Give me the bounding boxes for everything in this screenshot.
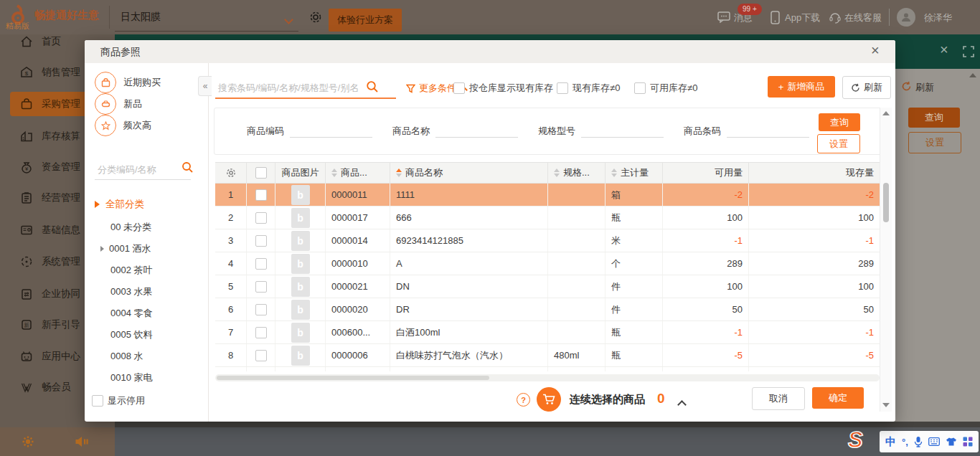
checkbox-stock-nonzero[interactable]: 现有库存≠0	[557, 82, 620, 95]
category-item[interactable]: 0001 酒水	[85, 238, 208, 260]
app-download-label[interactable]: App下载	[785, 11, 820, 24]
confirm-button[interactable]: 确定	[812, 387, 864, 409]
scrollbar-thumb[interactable]	[217, 376, 489, 380]
table-row[interactable]: 2b0000017666瓶100100	[215, 206, 880, 229]
filter-name-input[interactable]	[435, 125, 518, 138]
table-vertical-scrollbar[interactable]	[880, 108, 892, 412]
checkbox-box[interactable]	[92, 395, 103, 407]
background-scroll-up-icon[interactable]	[969, 73, 976, 77]
sort-icons[interactable]	[396, 168, 402, 177]
product-search-icon[interactable]	[366, 80, 379, 93]
sort-icons[interactable]	[331, 168, 337, 177]
online-service-icon[interactable]	[829, 11, 842, 24]
query-button[interactable]: 查询	[819, 113, 860, 131]
category-item[interactable]: 0010 家电	[85, 367, 208, 389]
expand-arrow-icon[interactable]	[100, 246, 104, 252]
checkbox-available-nonzero[interactable]: 可用库存≠0	[634, 82, 697, 95]
table-row[interactable]: 1b00000111111箱-2-2	[215, 184, 880, 206]
scrollbar-thumb[interactable]	[883, 183, 889, 222]
category-search-input[interactable]: 分类编码/名称	[98, 163, 156, 176]
checkbox-by-warehouse[interactable]: 按仓库显示现有库存	[453, 82, 553, 95]
ime-keyboard-icon[interactable]	[928, 437, 940, 446]
scroll-up-icon[interactable]	[882, 111, 890, 115]
quick-filter-recent-purchase[interactable]: 近期购买	[95, 72, 161, 93]
row-checkbox[interactable]	[247, 298, 275, 320]
show-disabled-checkbox[interactable]: 显示停用	[92, 394, 145, 407]
row-checkbox[interactable]	[247, 184, 275, 206]
modal-close-icon[interactable]: ×	[871, 42, 880, 59]
sort-icons[interactable]	[611, 168, 617, 177]
category-item[interactable]: 0008 水	[85, 346, 208, 367]
column-gear-icon[interactable]	[226, 168, 236, 178]
table-row[interactable]: 8b0000006白桃味苏打气泡水（汽水）480ml瓶-5-5	[215, 344, 880, 367]
row-checkbox[interactable]	[247, 229, 275, 252]
row-checkbox[interactable]	[247, 344, 275, 366]
cancel-button[interactable]: 取消	[752, 387, 805, 410]
messages-icon[interactable]	[717, 11, 730, 23]
quick-filter-high-frequency[interactable]: 频次高	[95, 115, 151, 136]
category-item[interactable]: 0003 水果	[85, 281, 208, 303]
background-refresh-label[interactable]: 刷新	[915, 81, 934, 94]
column-name[interactable]: 商品名称	[390, 163, 548, 183]
ime-skin-shirt-icon[interactable]	[946, 437, 957, 447]
ime-sogou-logo[interactable]: S	[848, 427, 863, 453]
sort-icons[interactable]	[554, 168, 560, 177]
table-row[interactable]: 3b00000146923414121885米-1-1	[215, 229, 880, 252]
filter-barcode-input[interactable]	[727, 125, 809, 138]
username[interactable]: 徐泽华	[924, 11, 952, 24]
background-refresh-icon[interactable]	[901, 81, 912, 92]
table-horizontal-scrollbar[interactable]	[215, 374, 880, 381]
column-code[interactable]: 商品...	[326, 163, 390, 183]
panel-collapse-icon[interactable]: «	[198, 76, 212, 96]
fold-chevron-icon[interactable]	[679, 398, 685, 411]
background-settings-button[interactable]: 设置	[908, 132, 961, 153]
product-search-input[interactable]: 搜索条码/编码/名称/规格型号/别名	[218, 82, 359, 95]
background-fullscreen-icon[interactable]	[963, 46, 974, 57]
org-chevron-down-icon[interactable]	[286, 13, 292, 26]
table-row[interactable]: 5b0000021DN件100100	[215, 275, 880, 298]
ime-lang-toggle[interactable]: 中	[885, 435, 896, 449]
column-settings[interactable]	[215, 163, 247, 183]
topbar-gear-icon[interactable]	[309, 11, 322, 24]
filter-code-input[interactable]	[290, 125, 372, 138]
category-search-icon[interactable]	[182, 161, 194, 174]
category-item[interactable]: 0002 茶叶	[85, 260, 208, 281]
table-row[interactable]	[215, 367, 880, 371]
settings-button[interactable]: 设置	[817, 134, 860, 153]
ime-toolbox-grid-icon[interactable]	[963, 437, 973, 447]
category-item-all[interactable]: 全部分类	[85, 194, 208, 215]
row-checkbox[interactable]	[247, 275, 275, 298]
refresh-button[interactable]: 刷新	[842, 76, 891, 99]
scroll-down-icon[interactable]	[882, 403, 890, 407]
footer-gear-icon[interactable]	[22, 435, 34, 448]
quick-filter-new-products[interactable]: 新品	[95, 93, 142, 115]
row-checkbox[interactable]	[247, 206, 275, 229]
background-query-button[interactable]: 查询	[908, 108, 960, 128]
footer-speaker-muted-icon[interactable]	[75, 435, 89, 448]
column-spec[interactable]: 规格...	[548, 163, 606, 183]
ime-mic-icon[interactable]	[914, 436, 923, 447]
add-product-button[interactable]: + 新增商品	[768, 76, 835, 98]
ime-punctuation-toggle[interactable]: °,	[902, 437, 908, 447]
column-image[interactable]: 商品图片	[275, 163, 326, 183]
org-selector[interactable]: 日太阳膜	[121, 11, 161, 24]
experience-plan-button[interactable]: 体验行业方案	[329, 9, 402, 32]
table-row[interactable]: 4b0000010A个289289	[215, 252, 880, 275]
row-checkbox[interactable]	[247, 252, 275, 275]
checkbox-box[interactable]	[453, 82, 465, 94]
column-unit[interactable]: 主计量	[606, 163, 663, 183]
row-checkbox[interactable]	[247, 367, 275, 371]
table-row[interactable]: 7b000600...白酒100ml瓶-1-1	[215, 321, 880, 344]
table-row[interactable]: 6b0000020DR件5050	[215, 298, 880, 321]
category-item[interactable]: 0004 零食	[85, 303, 208, 324]
checkbox-box[interactable]	[557, 82, 568, 94]
checkbox-box[interactable]	[634, 82, 646, 94]
category-item[interactable]: 0005 饮料	[85, 324, 208, 346]
column-stock[interactable]: 现存量	[749, 163, 880, 183]
row-checkbox[interactable]	[247, 321, 275, 343]
online-service-label[interactable]: 在线客服	[844, 11, 882, 24]
select-all-checkbox[interactable]	[247, 163, 275, 183]
background-tab-close-icon[interactable]: ×	[940, 42, 948, 58]
category-item[interactable]: 00 未分类	[85, 217, 208, 238]
avatar[interactable]	[897, 8, 915, 27]
